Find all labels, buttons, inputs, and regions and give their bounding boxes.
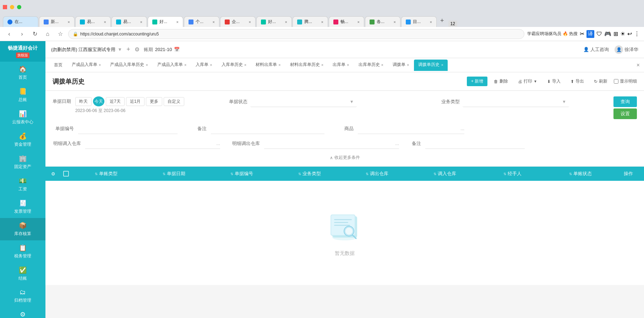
sidebar-item-settings[interactable]: ⚙ 基础设置 [0,307,45,318]
bookmark-button[interactable]: ☆ [55,29,65,39]
th-biz-type[interactable]: ⇅ 业务类型 [275,171,343,177]
browser-tab-4[interactable]: 好... × [148,16,183,27]
tab-close-0[interactable]: × [68,20,70,24]
tab-home[interactable]: 首页 [50,62,67,68]
date-btn-yesterday[interactable]: 昨天 [75,97,92,106]
display-detail-toggle[interactable]: 显示明细 [614,78,637,84]
collapse-button[interactable]: ∧ 收起更多条件 [330,155,360,161]
tab-5[interactable]: 入库单历史 × [217,60,251,71]
translate-icon[interactable]: 译 [586,30,594,38]
new-tab-button[interactable]: + [437,17,447,24]
browser-tab-0[interactable]: 在... [3,16,38,27]
tab-close-7[interactable]: × [321,20,323,24]
tab-3[interactable]: 产成品入库单 × [153,60,191,71]
sidebar-item-tax[interactable]: 📋 税务管理 [0,240,45,263]
date-btn-custom[interactable]: 自定义 [164,97,184,106]
company-selector[interactable]: (勿删勿禁用) 江西服宝测试专用 ▼ [51,46,122,53]
display-detail-checkbox[interactable] [614,79,618,84]
th-settings-icon[interactable]: ⚙ [47,171,60,177]
in-warehouse-selector[interactable]: ... [85,138,220,149]
tab-close-page-7[interactable]: × [321,63,323,67]
tab-9[interactable]: 出库单历史 × [354,60,388,71]
sidebar-item-invoice[interactable]: 🧾 发票管理 [0,196,45,218]
url-bar[interactable]: 🔒 https://cloud.chanjet.com/accounting/u… [68,29,524,39]
sidebar-item-reports[interactable]: 📊 云报表中心 [0,106,45,129]
th-checkbox[interactable] [60,171,72,177]
th-doc-status[interactable]: ⇅ 单账状态 [546,171,614,177]
tab-11[interactable]: 调拨单历史 × [414,60,447,71]
sidebar-item-inventory[interactable]: 📦 库存核算 [0,218,45,240]
remark2-input[interactable] [425,138,525,149]
tab-close-10[interactable]: × [430,20,432,24]
close-all-button[interactable]: × [637,62,640,68]
biz-select[interactable]: ▼ [463,96,569,107]
forward-button[interactable]: › [17,29,27,39]
out-warehouse-selector[interactable]: ... [264,138,399,149]
shield-icon[interactable]: 🛡 [596,31,602,37]
tab-close-8[interactable]: × [358,20,360,24]
sidebar-item-ledger[interactable]: 📒 总账 [0,84,45,106]
tab-close-page-5[interactable]: × [244,63,246,67]
search-bar[interactable]: 学霸应聘场驱鸟员 🔥 热搜 [527,31,578,37]
th-handler[interactable]: ⇅ 经手人 [479,171,547,177]
date-btn-1month[interactable]: 近1月 [126,97,145,106]
user-info[interactable]: 👤 徐泽华 [615,45,638,54]
query-button[interactable]: 查询 [613,96,637,107]
tab-close-page-9[interactable]: × [381,63,383,67]
tab-close-page-11[interactable]: × [441,63,443,67]
date-btn-more[interactable]: 更多 [146,97,162,106]
th-doc-no[interactable]: ⇅ 单据编号 [208,171,276,177]
tab-close-5[interactable]: × [249,20,251,24]
sidebar-item-salary[interactable]: 💵 工资 [0,173,45,196]
tab-10[interactable]: 调拨单 × [388,60,413,71]
tab-close-1[interactable]: × [104,20,106,24]
print-button[interactable]: 🖨 打印 ▼ [514,77,541,86]
browser-tab-7[interactable]: 好... × [256,16,292,27]
tab-close-4[interactable]: × [213,20,215,24]
customer-service[interactable]: 👤 人工咨询 [583,46,609,53]
browser-tab-2[interactable]: 易... × [75,16,111,27]
refresh-button[interactable]: ↻ [30,29,40,39]
tab-close-page-2[interactable]: × [146,63,148,67]
export-button[interactable]: ⬆ 导出 [567,77,588,86]
sidebar-item-assets[interactable]: 🏢 固定资产 [0,151,45,173]
browser-tab-1[interactable]: 新... × [39,16,75,27]
browser-tab-10[interactable]: 各... × [365,16,400,27]
browser-tab-11[interactable]: 目... × [401,16,437,27]
add-company-button[interactable]: + [126,46,130,53]
status-select[interactable]: ▼ [250,96,357,107]
browser-tab-5[interactable]: 个... × [184,16,219,27]
tab-close-page-10[interactable]: × [407,63,409,67]
back-button[interactable]: ‹ [4,29,14,39]
game-icon[interactable]: 🎮 [604,30,611,37]
new-button[interactable]: + 新增 [467,77,487,86]
tab-7[interactable]: 材料出库单历史 × [286,60,328,71]
tab-close-3[interactable]: × [176,20,179,24]
tab-8[interactable]: 出库单 × [328,60,353,71]
browser-tab-6[interactable]: 企... × [220,16,256,27]
doc-no-input[interactable] [78,123,178,134]
tab-4[interactable]: 入库单 × [191,60,216,71]
menu-icon[interactable]: ⋮ [634,30,640,37]
brightness-icon[interactable]: ☀ [620,30,625,37]
select-all-checkbox[interactable] [63,171,69,177]
browser-tab-9[interactable]: 畅... × [329,16,364,27]
sidebar-item-archive[interactable]: 🗂 归档管理 [0,285,45,307]
tab-close-page-8[interactable]: × [347,63,349,67]
th-doc-type[interactable]: ⇅ 单账类型 [72,171,140,177]
tab-close-page-1[interactable]: × [99,63,101,67]
filter-settings-button[interactable]: 设置 [613,108,637,119]
delete-button[interactable]: 🗑 删除 [490,77,512,86]
sidebar-item-close[interactable]: ✅ 结账 [0,263,45,285]
home-button[interactable]: ⌂ [43,29,53,39]
tab-close-page-4[interactable]: × [210,63,212,67]
th-doc-date[interactable]: ⇅ 单据日期 [140,171,208,177]
scissors-icon[interactable]: ✂ [580,30,584,37]
tab-1[interactable]: 产成品入库单 × [67,60,105,71]
tab-close-2[interactable]: × [140,20,142,24]
tab-6[interactable]: 材料出库单 × [251,60,285,71]
date-btn-7days[interactable]: 近7天 [106,97,125,106]
tab-2[interactable]: 产成品入库单历史 × [106,60,152,71]
import-button[interactable]: ⬇ 导入 [544,77,564,86]
th-in-warehouse[interactable]: ⇅ 调入仓库 [411,171,479,177]
